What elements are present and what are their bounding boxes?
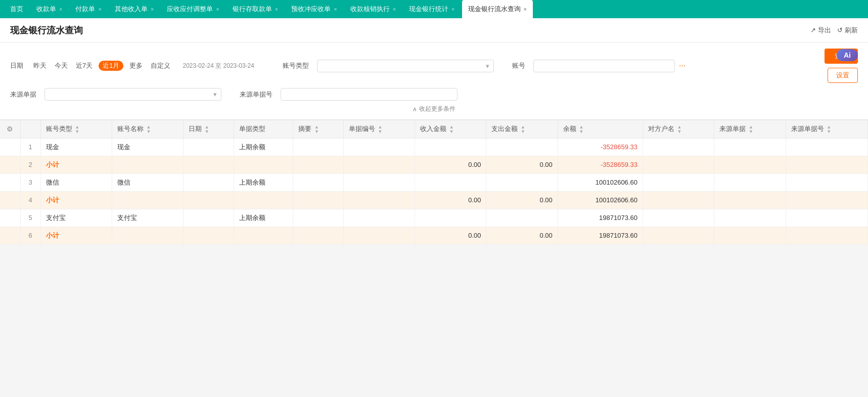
col-expense[interactable]: 支出金额 ▲▼ xyxy=(486,120,558,139)
tab-cashflow[interactable]: 现金银行流水查询 × xyxy=(462,0,533,18)
more-options-button[interactable]: ··· xyxy=(679,61,686,70)
tab-bank-deposit[interactable]: 银行存取款单 × xyxy=(226,0,284,18)
row-number: 3 xyxy=(20,173,40,191)
row-settings-cell xyxy=(0,227,20,244)
row-settings-cell xyxy=(0,209,20,227)
close-icon[interactable]: × xyxy=(524,6,527,12)
table-header-row: ⚙ 账号类型 ▲▼ 账号名称 ▲▼ 日期 ▲▼ 单据类型 xyxy=(0,120,868,139)
cell-date xyxy=(184,173,234,191)
cell-summary xyxy=(293,209,343,227)
cell-account-type: 小计 xyxy=(40,156,112,173)
cell-counterparty xyxy=(643,173,714,191)
col-summary[interactable]: 摘要 ▲▼ xyxy=(293,120,343,139)
account-label: 账号 xyxy=(512,61,525,70)
cell-source-doc-no xyxy=(786,227,867,244)
cell-income xyxy=(415,138,486,156)
account-type-select[interactable]: ▾ xyxy=(317,60,494,72)
cell-source-doc xyxy=(714,156,786,173)
export-button[interactable]: ↗ 导出 xyxy=(810,26,831,35)
source-doc-no-label: 来源单据号 xyxy=(240,90,272,99)
cell-expense: 0.00 xyxy=(486,227,558,244)
settings-button[interactable]: 设置 xyxy=(828,68,858,83)
chevron-down-icon: ▾ xyxy=(213,91,217,98)
cell-account-name: 微信 xyxy=(112,173,183,191)
date-opt-more[interactable]: 更多 xyxy=(127,61,145,71)
cell-source-doc-no xyxy=(786,191,867,209)
cell-summary xyxy=(293,173,343,191)
close-icon[interactable]: × xyxy=(151,6,154,12)
cell-doc-no xyxy=(343,209,415,227)
col-date[interactable]: 日期 ▲▼ xyxy=(184,120,234,139)
table-row: 1 现金 现金 上期余额 -3528659.33 xyxy=(0,138,868,156)
cell-account-name: 支付宝 xyxy=(112,209,183,227)
cell-account-type: 微信 xyxy=(40,173,112,191)
tab-receipt[interactable]: 收款单 × xyxy=(30,0,68,18)
row-settings-cell xyxy=(0,138,20,156)
close-icon[interactable]: × xyxy=(393,6,396,12)
col-balance[interactable]: 余额 ▲▼ xyxy=(558,120,643,139)
date-opt-yesterday[interactable]: 昨天 xyxy=(31,61,49,71)
close-icon[interactable]: × xyxy=(59,6,62,12)
cell-account-name xyxy=(112,191,183,209)
col-source-doc-no[interactable]: 来源单据号 ▲▼ xyxy=(786,120,867,139)
cell-date xyxy=(184,191,234,209)
tab-adjustment[interactable]: 应收应付调整单 × xyxy=(161,0,225,18)
tab-bank-stat[interactable]: 现金银行统计 × xyxy=(403,0,461,18)
ai-badge[interactable]: Ai xyxy=(837,49,858,61)
col-doc-no[interactable]: 单据编号 ▲▼ xyxy=(343,120,415,139)
date-opt-1month[interactable]: 近1月 xyxy=(99,61,123,71)
col-source-doc[interactable]: 来源单据 ▲▼ xyxy=(714,120,786,139)
close-icon[interactable]: × xyxy=(98,6,101,12)
tab-prepay[interactable]: 预收冲应收单 × xyxy=(285,0,343,18)
cell-doc-no xyxy=(343,138,415,156)
date-opt-today[interactable]: 今天 xyxy=(53,61,70,71)
collapse-button[interactable]: ∧ 收起更多条件 xyxy=(413,105,455,113)
sort-icon: ▲▼ xyxy=(205,125,209,134)
cell-source-doc-no xyxy=(786,138,867,156)
close-icon[interactable]: × xyxy=(216,6,219,12)
cell-doc-type xyxy=(234,156,293,173)
source-doc-no-input[interactable] xyxy=(281,88,458,101)
nav-home[interactable]: 首页 xyxy=(4,0,29,18)
cell-summary xyxy=(293,227,343,244)
cell-date xyxy=(184,209,234,227)
cell-balance: -3528659.33 xyxy=(558,138,643,156)
col-income[interactable]: 收入金额 ▲▼ xyxy=(415,120,486,139)
col-account-name[interactable]: 账号名称 ▲▼ xyxy=(112,120,183,139)
col-account-type[interactable]: 账号类型 ▲▼ xyxy=(40,120,112,139)
table-container: ⚙ 账号类型 ▲▼ 账号名称 ▲▼ 日期 ▲▼ 单据类型 xyxy=(0,120,868,245)
cell-account-name xyxy=(112,156,183,173)
col-rownum xyxy=(20,120,40,139)
table-row: 6 小计 0.00 0.00 19871073.60 xyxy=(0,227,868,244)
cell-doc-no xyxy=(343,173,415,191)
close-icon[interactable]: × xyxy=(334,6,337,12)
date-opt-custom[interactable]: 自定义 xyxy=(149,61,172,71)
cell-counterparty xyxy=(643,156,714,173)
cell-doc-no xyxy=(343,191,415,209)
account-input-group: ··· xyxy=(533,60,686,72)
tab-verify[interactable]: 收款核销执行 × xyxy=(344,0,402,18)
sort-icon: ▲▼ xyxy=(449,125,454,134)
top-nav: 首页 收款单 × 付款单 × 其他收入单 × 应收应付调整单 × 银行存取款单 … xyxy=(0,0,868,18)
cell-balance: 100102606.60 xyxy=(558,191,643,209)
cell-source-doc-no xyxy=(786,156,867,173)
close-icon[interactable]: × xyxy=(275,6,278,12)
gear-icon[interactable]: ⚙ xyxy=(7,125,13,133)
cell-counterparty xyxy=(643,209,714,227)
date-opt-7days[interactable]: 近7天 xyxy=(74,61,95,71)
cell-source-doc xyxy=(714,191,786,209)
cell-income xyxy=(415,173,486,191)
account-input[interactable] xyxy=(533,60,675,72)
source-doc-select[interactable]: ▾ xyxy=(44,88,221,101)
cell-doc-type: 上期余额 xyxy=(234,173,293,191)
close-icon[interactable]: × xyxy=(451,6,454,12)
table-body: 1 现金 现金 上期余额 -3528659.33 2 小计 0.00 0.00 … xyxy=(0,138,868,244)
row-number: 2 xyxy=(20,156,40,173)
cell-source-doc-no xyxy=(786,173,867,191)
tab-payment[interactable]: 付款单 × xyxy=(69,0,107,18)
refresh-button[interactable]: ↺ 刷新 xyxy=(837,26,858,35)
filter-area: 日期 昨天 今天 近7天 近1月 更多 自定义 2023-02-24 至 202… xyxy=(0,42,868,120)
col-counterparty[interactable]: 对方户名 ▲▼ xyxy=(643,120,714,139)
tab-other-income[interactable]: 其他收入单 × xyxy=(109,0,160,18)
cell-expense: 0.00 xyxy=(486,156,558,173)
